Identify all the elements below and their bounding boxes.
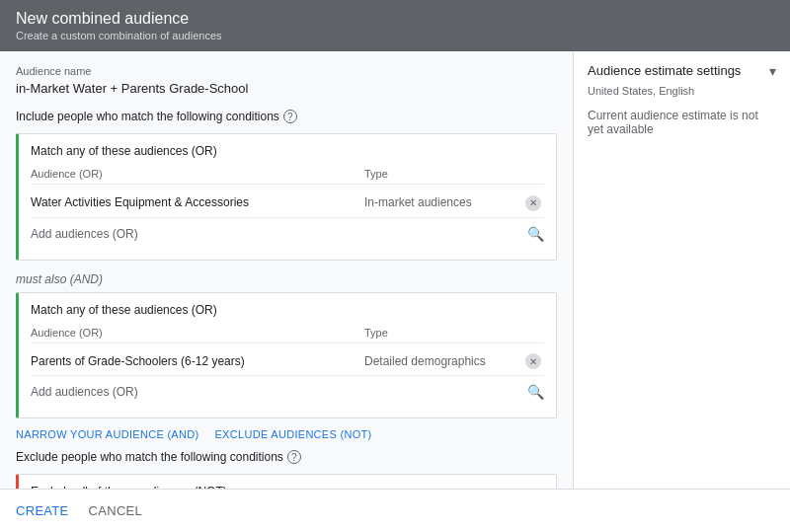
add-audiences-row-2[interactable]: Add audiences (OR) 🔍 bbox=[31, 376, 544, 408]
page-title: New combined audience bbox=[16, 10, 774, 28]
audience-cell-1: Water Activities Equipment & Accessories bbox=[31, 195, 364, 209]
exclude-box-header: Exclude all of these audiences (NOT) bbox=[31, 485, 544, 489]
include-conditions-label: Include people who match the following c… bbox=[16, 110, 557, 123]
right-panel-header: Audience estimate settings ▾ bbox=[588, 63, 776, 79]
action-links: NARROW YOUR AUDIENCE (AND) EXCLUDE AUDIE… bbox=[16, 428, 557, 440]
col-type-header-2: Type bbox=[364, 327, 522, 339]
match-box-1-table-header: Audience (OR) Type bbox=[31, 168, 544, 185]
main-layout: Audience name in-Market Water + Parents … bbox=[0, 51, 790, 489]
exclude-info-icon[interactable]: ? bbox=[287, 450, 301, 464]
search-icon-1: 🔍 bbox=[527, 226, 544, 242]
type-cell-2: Detailed demographics bbox=[364, 354, 522, 368]
col-type-header-1: Type bbox=[364, 168, 522, 180]
audience-name-value: in-Market Water + Parents Grade-School bbox=[16, 81, 557, 96]
remove-icon-1[interactable]: ✕ bbox=[525, 195, 541, 211]
exclude-conditions-label: Exclude people who match the following c… bbox=[16, 450, 557, 464]
footer: CREATE CANCEL bbox=[0, 489, 790, 532]
narrow-audience-link[interactable]: NARROW YOUR AUDIENCE (AND) bbox=[16, 428, 198, 440]
exclude-box: Exclude all of these audiences (NOT) 🔍 S… bbox=[16, 474, 557, 489]
right-panel: Audience estimate settings ▾ United Stat… bbox=[573, 51, 790, 489]
exclude-audiences-link[interactable]: EXCLUDE AUDIENCES (NOT) bbox=[214, 428, 371, 440]
page-header: New combined audience Create a custom co… bbox=[0, 0, 790, 51]
left-panel: Audience name in-Market Water + Parents … bbox=[0, 51, 573, 489]
col-audience-header-2: Audience (OR) bbox=[31, 327, 364, 339]
table-row: Water Activities Equipment & Accessories… bbox=[31, 189, 544, 218]
page-subtitle: Create a custom combination of audiences bbox=[16, 30, 774, 41]
create-button[interactable]: CREATE bbox=[16, 503, 69, 518]
estimate-text: Current audience estimate is not yet ava… bbox=[588, 109, 776, 136]
remove-icon-2[interactable]: ✕ bbox=[525, 353, 541, 369]
add-audiences-row-1[interactable]: Add audiences (OR) 🔍 bbox=[31, 218, 544, 250]
cancel-button[interactable]: CANCEL bbox=[89, 503, 143, 518]
must-also-label: must also (AND) bbox=[16, 266, 557, 292]
match-box-2: Match any of these audiences (OR) Audien… bbox=[16, 292, 557, 419]
match-box-1-header: Match any of these audiences (OR) bbox=[31, 144, 544, 158]
match-box-1: Match any of these audiences (OR) Audien… bbox=[16, 133, 557, 261]
right-panel-title: Audience estimate settings bbox=[588, 63, 741, 78]
match-box-2-table-header: Audience (OR) Type bbox=[31, 327, 544, 343]
audience-name-section: Audience name in-Market Water + Parents … bbox=[16, 65, 557, 96]
audience-name-label: Audience name bbox=[16, 65, 557, 77]
right-panel-subtitle: United States, English bbox=[588, 85, 776, 97]
type-cell-1: In-market audiences bbox=[364, 195, 522, 209]
audience-cell-2: Parents of Grade-Schoolers (6-12 years) bbox=[31, 354, 364, 368]
col-audience-header-1: Audience (OR) bbox=[31, 168, 364, 180]
include-info-icon[interactable]: ? bbox=[283, 110, 297, 123]
remove-row-2[interactable]: ✕ bbox=[522, 353, 544, 370]
search-icon-2: 🔍 bbox=[527, 384, 544, 400]
remove-row-1[interactable]: ✕ bbox=[522, 194, 544, 211]
match-box-2-header: Match any of these audiences (OR) bbox=[31, 303, 544, 317]
chevron-down-icon[interactable]: ▾ bbox=[769, 63, 776, 79]
table-row: Parents of Grade-Schoolers (6-12 years) … bbox=[31, 347, 544, 377]
